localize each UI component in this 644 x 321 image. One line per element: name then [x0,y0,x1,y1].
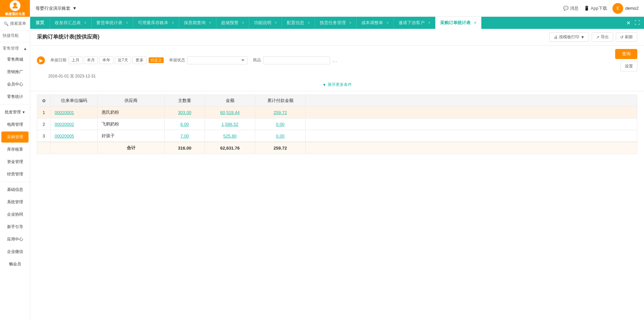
tab-stocking-task[interactable]: 拣货任务管理 × [315,17,357,29]
col-paid-header: 累计付款金额 [255,95,306,107]
table-row: 2 00020002 飞鹤奶粉 6.00 1,586.52 0.00 [37,118,637,130]
goods-filter: 商品 … [253,56,337,64]
row-paid[interactable]: 0.00 [255,130,306,142]
tab-invite-downstream[interactable]: 邀请下游客户 × [394,17,435,29]
data-table: ⚙ 往来单位编码 供应商 主数量 金额 累计付款金额 1 00020001 惠氏… [37,95,637,154]
search-menu-button[interactable]: 🔍 搜索菜单 [2,19,28,28]
tab-shelf-life[interactable]: 保质期查询 × [179,17,216,29]
tab-close-cost-adjust[interactable]: × [386,20,389,25]
refresh-button[interactable]: ↺ 刷新 [616,32,637,42]
sidebar-item-ecommerce[interactable]: 电商管理 [1,119,29,130]
tab-close-config-info[interactable]: × [308,20,310,25]
export-button[interactable]: ↗ 导出 [592,32,613,42]
tab-close-purchase-stats[interactable]: × [474,20,476,25]
tab-home[interactable]: 首页 [30,17,50,29]
date-btn-more[interactable]: 更多 [132,56,147,64]
sidebar-item-enterprise[interactable]: 企业协同 [1,209,29,220]
sidebar-item-new-guide[interactable]: 新手引导 [1,221,29,232]
filter-row-1: ▶ 单据日期 上月 本月 本年 近7天 更多 自定义 单据状态 商品 [37,49,637,71]
date-btn-this-month[interactable]: 本月 [84,56,98,64]
col-supplier-header: 供应商 [98,95,165,107]
sidebar-item-operations[interactable]: 经营管理 [1,169,29,180]
goods-more-icon[interactable]: … [332,57,337,63]
row-code[interactable]: 00020005 [51,130,98,142]
row-code[interactable]: 00020001 [51,107,98,118]
tab-close-overstock[interactable]: × [242,20,244,25]
table-footer: 合计 316.00 62,631.76 259.72 [37,142,637,154]
row-amount[interactable]: 60,519.44 [205,107,255,118]
date-btn-7days[interactable]: 近7天 [115,56,131,64]
sidebar-item-purchase-mgmt[interactable]: 采购管理 [1,131,29,143]
tab-close-collect-send[interactable]: × [84,20,87,25]
sidebar-item-marketing[interactable]: 营销推广 [1,66,29,77]
status-filter: 单据状态 [169,56,248,64]
message-button[interactable]: 💬 消息 [563,5,579,11]
goods-input[interactable] [263,56,330,64]
tab-config-info[interactable]: 配置信息 × [282,17,315,29]
sidebar-item-system[interactable]: 系统管理 [1,197,29,208]
workspace-header: 采购订单统计表(按供应商) 🖨 按模板打印 ▼ ↗ 导出 ↺ 刷新 [30,29,644,46]
sidebar-item-batch-mgmt[interactable]: 批发管理 ▼ [1,107,29,118]
row-amount[interactable]: 1,586.52 [205,118,255,130]
tab-purchase-stats[interactable]: 采购订单统计表 × [435,17,481,29]
sidebar-item-basic-info[interactable]: 基础信息 [1,184,29,195]
tab-cost-adjust[interactable]: 成本调整单 × [357,17,394,29]
settings-button[interactable]: 设置 [621,61,637,71]
footer-paid: 259.72 [255,142,306,154]
row-qty[interactable]: 303.00 [165,107,205,118]
date-btn-last-month[interactable]: 上月 [68,56,83,64]
table-area: ⚙ 往来单位编码 供应商 主数量 金额 累计付款金额 1 00020001 惠氏… [30,91,644,321]
col-qty-header: 主数量 [165,95,205,107]
tab-overstock[interactable]: 超储预警 × [216,17,249,29]
page-title: 采购订单统计表(按供应商) [37,34,100,41]
row-amount[interactable]: 525.80 [205,130,255,142]
row-code[interactable]: 00020002 [51,118,98,130]
print-button[interactable]: 🖨 按模板打印 ▼ [549,32,589,42]
sidebar-item-app-center[interactable]: 应用中心 [1,234,29,245]
tab-close-available-stock[interactable]: × [172,20,174,25]
sidebar-item-vip[interactable]: 畅会员 [1,259,29,270]
sidebar-item-inventory[interactable]: 库存核算 [1,144,29,155]
sidebar-item-enterprise-wechat[interactable]: 企业微信 [1,246,29,257]
footer-qty: 316.00 [165,142,205,154]
filter-collapse-button[interactable]: ▶ [37,56,45,64]
sidebar-item-retail-shop[interactable]: 零售商城 [1,54,29,65]
expand-filter-button[interactable]: ▼ 展开更多条件 [322,82,352,88]
row-paid[interactable]: 0.00 [255,118,306,130]
tab-close-all-button[interactable]: ✕ [625,18,632,28]
tab-maximize-button[interactable]: ⛶ [633,18,641,27]
sidebar-item-retail-stats[interactable]: 零售统计 [1,91,29,102]
footer-empty-1 [37,142,51,154]
tab-available-stock[interactable]: 可用量库存账本 × [133,17,179,29]
tab-close-demand-stats[interactable]: × [126,20,128,25]
settings-gear-icon[interactable]: ⚙ [42,98,46,103]
app-download-button[interactable]: 📱 App下载 [584,5,607,11]
quick-nav-section[interactable]: 快捷导航 [0,31,30,41]
top-nav-bar: 母婴行业演示账套 ▼ 💬 消息 📱 App下载 E demo2 [30,0,644,17]
sidebar-item-member[interactable]: 会员中心 [1,79,29,90]
row-qty[interactable]: 7.00 [165,130,205,142]
col-check-header: ⚙ [37,95,51,107]
tab-demand-stats[interactable]: 要货单统计表 × [92,17,133,29]
user-area[interactable]: E demo2 [612,3,639,14]
row-paid[interactable]: 259.72 [255,107,306,118]
query-button[interactable]: 查询 [615,49,637,59]
table-header-row: ⚙ 往来单位编码 供应商 主数量 金额 累计付款金额 [37,95,637,107]
tab-func-desc[interactable]: 功能说明 × [249,17,282,29]
workspace-selector[interactable]: 母婴行业演示账套 ▼ [36,5,77,11]
status-label: 单据状态 [169,57,185,63]
app-logo: 畅捷通好生意 [0,0,30,17]
tab-close-shelf-life[interactable]: × [209,20,211,25]
col-code-header: 往来单位编码 [51,95,98,107]
tab-close-stocking-task[interactable]: × [349,20,352,25]
tab-close-invite-downstream[interactable]: × [428,20,430,25]
status-select[interactable] [187,56,248,64]
date-btn-this-year[interactable]: 本年 [99,56,113,64]
search-icon: 🔍 [4,21,9,26]
sidebar: 畅捷通好生意 🔍 搜索菜单 快捷导航 零售管理 ▲ 零售商城 营销推广 会员中心… [0,0,30,321]
retail-mgmt-section[interactable]: 零售管理 ▲ [0,44,30,53]
tab-close-func-desc[interactable]: × [275,20,277,25]
row-qty[interactable]: 6.00 [165,118,205,130]
sidebar-item-finance[interactable]: 资金管理 [1,156,29,167]
tab-collect-send[interactable]: 收发存汇总表 × [50,17,92,29]
